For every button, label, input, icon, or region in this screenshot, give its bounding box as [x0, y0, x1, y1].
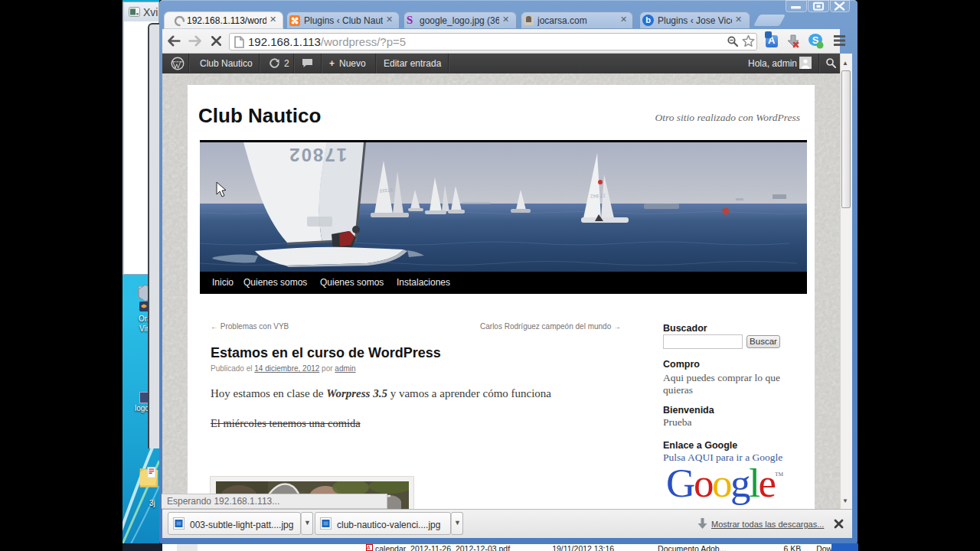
- svg-text:17 842: 17 842: [590, 193, 606, 199]
- svg-text:A: A: [367, 545, 371, 550]
- svg-text:17802: 17802: [288, 145, 347, 165]
